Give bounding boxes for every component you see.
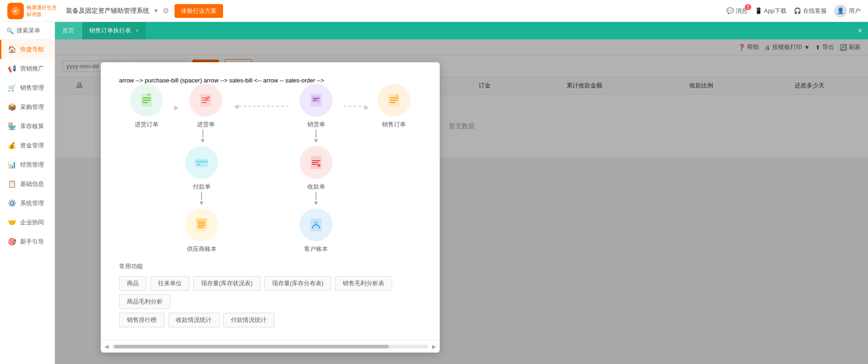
sales-order-label: 销售订单 bbox=[382, 120, 406, 129]
online-service-button[interactable]: 🎧 在线客服 bbox=[794, 7, 827, 15]
va-spacer2 bbox=[231, 130, 289, 144]
quick-nav-icon: 🏠 bbox=[8, 45, 16, 54]
tab-close-icon[interactable]: × bbox=[136, 27, 139, 34]
func-btn-stock-status[interactable]: 现存量(库存状况表) bbox=[193, 276, 261, 291]
app-download-button[interactable]: 📱 App下载 bbox=[755, 7, 786, 15]
vertical-arrows-2: ▼ ▼ bbox=[119, 192, 421, 206]
arrow-h-1: ▶ bbox=[176, 106, 176, 107]
user-avatar: 👤 bbox=[834, 5, 847, 17]
message-icon: 💬 bbox=[726, 7, 734, 14]
purchase-icon: 📦 bbox=[8, 103, 16, 111]
scroll-track[interactable] bbox=[112, 345, 428, 348]
content-area: ❓ 帮助 🖨 按模板打印 ▼ ⬆ 导出 🔄 刷新 📅 bbox=[55, 39, 868, 364]
func-btn-sales-rank[interactable]: 销售排行榜 bbox=[119, 313, 164, 327]
logo-text: 畅康通好生意 标准版 bbox=[27, 4, 57, 17]
marketing-icon: 📢 bbox=[8, 65, 16, 73]
common-functions: 常用功能 商品 往来单位 现存量(库存状况表) 现存量(库存分布表) 销售毛利分… bbox=[101, 262, 440, 340]
search-icon: 🔍 bbox=[6, 27, 14, 34]
tab-home[interactable]: 首页 bbox=[55, 22, 82, 39]
sidebar-item-quick-nav[interactable]: 🏠 快捷导航 bbox=[0, 40, 55, 59]
func-btn-product[interactable]: 商品 bbox=[119, 276, 147, 291]
sidebar-item-inventory[interactable]: 🏪 库存核算 bbox=[0, 117, 55, 136]
purchase-order-icon bbox=[130, 84, 163, 117]
popup-overlay[interactable]: arrow --> purchase-bill (spacer) arrow -… bbox=[55, 39, 868, 364]
payment-label: 付款单 bbox=[193, 183, 211, 191]
inventory-icon: 🏪 bbox=[8, 122, 16, 130]
sidebar-item-finance[interactable]: 💰 资金管理 bbox=[0, 136, 55, 155]
vertical-arrows-1: ▼ ▼ bbox=[119, 130, 421, 144]
scroll-thumb[interactable] bbox=[114, 345, 389, 348]
header-right: 💬 消息 5 📱 App下载 🎧 在线客服 👤 用户 bbox=[726, 5, 861, 17]
func-btn-payment-stat[interactable]: 付款情况统计 bbox=[223, 313, 274, 327]
receipt-icon bbox=[300, 146, 333, 179]
customer-account-icon bbox=[300, 208, 333, 241]
sidebar-item-purchase[interactable]: 📦 采购管理 bbox=[0, 98, 55, 117]
sidebar-item-system[interactable]: ⚙️ 系统管理 bbox=[0, 194, 55, 213]
va-spacer1 bbox=[119, 130, 174, 144]
svg-rect-4 bbox=[312, 96, 320, 103]
svg-rect-6 bbox=[396, 95, 399, 98]
purchase-bill-icon bbox=[189, 84, 222, 117]
settings-icon[interactable]: ⚙ bbox=[163, 6, 169, 15]
func-btn-counterparty[interactable]: 往来单位 bbox=[150, 276, 190, 291]
sales-bill-icon bbox=[300, 84, 333, 117]
tab-bar-close-button[interactable]: × bbox=[852, 26, 868, 36]
flow-row-3: 供应商账本 客户账本 bbox=[119, 208, 421, 253]
sidebar-item-enterprise[interactable]: 🤝 企业协同 bbox=[0, 213, 55, 232]
sales-order-icon bbox=[377, 84, 410, 117]
svg-rect-8 bbox=[195, 161, 208, 163]
flow-node-customer-account: 客户账本 bbox=[289, 208, 344, 253]
tab-bar: 首页 销售订单执行表 × × bbox=[55, 22, 868, 39]
common-functions-title: 常用功能 bbox=[119, 262, 421, 271]
va2: ▼ bbox=[289, 130, 344, 144]
va-spacer4 bbox=[366, 130, 421, 144]
va2-spacer2 bbox=[229, 192, 234, 206]
va2-2: ▼ bbox=[289, 192, 344, 206]
flow-node-purchase-order: 进货订单 bbox=[119, 84, 174, 129]
tab-sales-order[interactable]: 销售订单执行表 × bbox=[82, 22, 147, 39]
service-icon: 🎧 bbox=[794, 7, 801, 14]
main-content: 首页 销售订单执行表 × × ❓ 帮助 🖨 按模板打印 ▼ ⬆ 导出 bbox=[55, 22, 868, 364]
payment-icon bbox=[185, 146, 218, 179]
func-btn-sales-gross[interactable]: 销售毛利分析表 bbox=[335, 276, 392, 291]
system-title: 装备及固定资产辅助管理系统 bbox=[66, 7, 149, 15]
purchase-bill-label: 进货单 bbox=[197, 120, 215, 129]
finance-icon: 💰 bbox=[8, 141, 16, 150]
message-button[interactable]: 💬 消息 5 bbox=[726, 7, 748, 15]
user-area[interactable]: 👤 用户 bbox=[834, 5, 861, 17]
arrow-h-3: ▶ bbox=[344, 106, 366, 107]
search-menu[interactable]: 🔍 搜索菜单 bbox=[0, 22, 55, 40]
func-btn-stock-dist[interactable]: 现存量(库存分布表) bbox=[264, 276, 332, 291]
newbie-icon: 🎯 bbox=[8, 238, 16, 246]
purchase-order-label: 进货订单 bbox=[135, 120, 158, 129]
func-buttons-row-2: 销售排行榜 收款情况统计 付款情况统计 bbox=[119, 313, 421, 327]
sidebar-item-newbie[interactable]: 🎯 新手引导 bbox=[0, 232, 55, 251]
va2-spacer4 bbox=[344, 192, 366, 206]
sales-bill-label: 销货单 bbox=[307, 120, 325, 129]
func-buttons-row-1: 商品 往来单位 现存量(库存状况表) 现存量(库存分布表) 销售毛利分析表 商品… bbox=[119, 276, 421, 309]
flow-node-supplier-account: 供应商账本 bbox=[174, 208, 229, 253]
flow-node-receipt: 收款单 bbox=[289, 146, 344, 191]
flow-row-2: 付款单 bbox=[119, 146, 421, 191]
supplier-account-icon bbox=[185, 208, 218, 241]
sidebar-item-basic[interactable]: 📋 基础信息 bbox=[0, 174, 55, 194]
sidebar-item-operation[interactable]: 📊 经营管理 bbox=[0, 155, 55, 174]
flow-node-sales-order: 销售订单 bbox=[366, 84, 421, 129]
flow-node-sales-bill: 销货单 bbox=[289, 84, 344, 129]
scroll-right-arrow[interactable]: ▶ bbox=[432, 343, 436, 350]
flow-node-payment: 付款单 bbox=[174, 146, 229, 191]
popup-scrollbar: ◀ ▶ bbox=[101, 340, 440, 353]
system-dropdown-icon[interactable]: ▼ bbox=[153, 7, 159, 14]
sidebar-item-sales[interactable]: 🛒 销售管理 bbox=[0, 78, 55, 98]
flow-node-purchase-bill: 进货单 bbox=[178, 84, 233, 129]
func-btn-product-gross[interactable]: 商品毛利分析 bbox=[119, 294, 170, 309]
svg-point-15 bbox=[314, 221, 318, 225]
system-title-area: 装备及固定资产辅助管理系统 ▼ ⚙ 体验行业方案 bbox=[66, 4, 726, 18]
experience-button[interactable]: 体验行业方案 bbox=[175, 4, 223, 18]
app-icon: 📱 bbox=[755, 7, 762, 14]
scroll-left-arrow[interactable]: ◀ bbox=[104, 343, 109, 350]
func-btn-collection-stat[interactable]: 收款情况统计 bbox=[168, 313, 219, 327]
flow-area: arrow --> purchase-bill (spacer) arrow -… bbox=[101, 62, 440, 262]
sidebar-item-marketing[interactable]: 📢 营销推广 bbox=[0, 59, 55, 78]
sidebar: 🔍 搜索菜单 🏠 快捷导航 📢 营销推广 🛒 销售管理 📦 采购管理 🏪 库存核… bbox=[0, 22, 55, 364]
